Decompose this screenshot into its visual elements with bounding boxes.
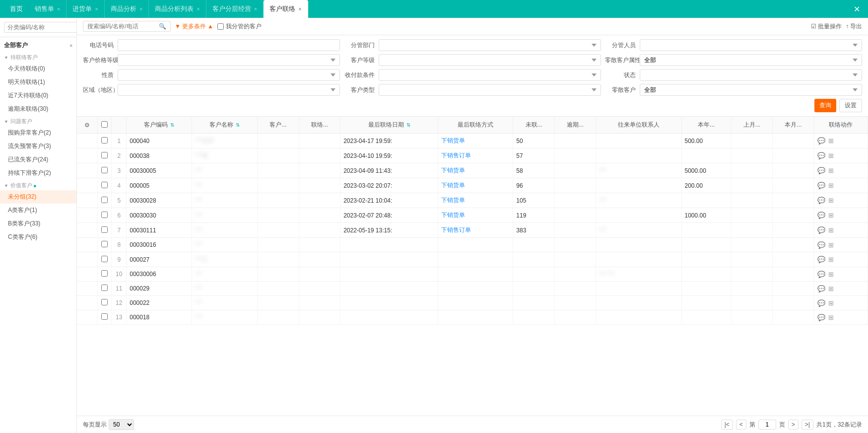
first-page-btn[interactable]: |< [721,420,733,430]
grid-action-icon-8[interactable]: ⊞ [828,256,834,263]
chat-icon-1[interactable]: 💬 [817,152,825,159]
chat-icon-6[interactable]: 💬 [817,226,825,234]
chat-icon-4[interactable]: 💬 [817,197,825,204]
chat-icon-7[interactable]: 💬 [817,241,825,249]
sidebar-group-2[interactable]: 价值客户● [0,180,76,190]
row-gear-2[interactable] [77,163,98,178]
chat-icon-3[interactable]: 💬 [817,182,825,189]
row-gear-7[interactable] [77,238,98,252]
row-checkbox-11[interactable] [101,299,108,305]
row-last-method-0[interactable]: 下销货单 [438,134,513,148]
filter-select-0-2[interactable] [640,39,862,51]
grid-action-icon-12[interactable]: ⊞ [828,314,834,321]
method-link-6[interactable]: 下销售订单 [441,226,471,233]
filter-select-0-1[interactable] [379,39,601,51]
row-gear-11[interactable] [77,296,98,310]
row-last-method-4[interactable]: 下销货单 [438,193,513,208]
grid-action-icon-6[interactable]: ⊞ [828,226,834,234]
row-checkbox-10[interactable] [101,285,108,291]
batch-op-btn[interactable]: ☑ 批量操作 [811,22,842,31]
col-header-7[interactable]: 逾期... [554,117,596,134]
sidebar-item-2-2[interactable]: B类客户(33) [0,217,76,230]
sidebar-item-1-0[interactable]: 囤购异常客户(2) [0,126,76,140]
row-checkbox-7[interactable] [101,241,108,247]
row-gear-4[interactable] [77,193,98,208]
row-checkbox-4[interactable] [101,197,108,203]
tab-close-icon[interactable]: × [298,6,301,12]
row-gear-6[interactable] [77,223,98,238]
nav-tab-客户联络[interactable]: 客户联络× [264,0,308,18]
row-gear-12[interactable] [77,310,98,325]
sidebar-item-1-3[interactable]: 持续下滑客户(2) [0,166,76,180]
row-checkbox-1[interactable] [101,152,108,158]
row-last-method-8[interactable] [438,252,513,267]
row-last-method-3[interactable]: 下销货单 [438,178,513,193]
prev-page-btn[interactable]: < [736,420,746,430]
col-header-11[interactable]: 本月... [773,117,814,134]
filter-select-2-1[interactable] [379,69,601,81]
row-last-method-7[interactable] [438,238,513,252]
nav-tab-商品分析[interactable]: 商品分析× [105,0,149,18]
row-checkbox-0[interactable] [101,137,108,144]
col-header-5[interactable]: 最后联络方式 [438,117,513,134]
filter-select-3-2[interactable]: 全部 [640,84,862,96]
grid-action-icon-2[interactable]: ⊞ [828,167,834,174]
method-link-5[interactable]: 下销货单 [441,212,465,218]
method-link-1[interactable]: 下销售订单 [441,152,471,159]
chat-icon-11[interactable]: 💬 [817,299,825,307]
col-header-3[interactable]: 联络... [299,117,340,134]
row-checkbox-12[interactable] [101,313,108,320]
method-link-2[interactable]: 下销货单 [441,167,465,174]
nav-tab-销售单[interactable]: 销售单× [29,0,67,18]
chat-icon-8[interactable]: 💬 [817,256,825,263]
sidebar-item-0-0[interactable]: 今天待联络(0) [0,62,76,75]
grid-action-icon-7[interactable]: ⊞ [828,241,834,249]
nav-tab-客户分层经营[interactable]: 客户分层经营× [206,0,264,18]
query-button[interactable]: 查询 [814,99,836,112]
sidebar-item-2-1[interactable]: A类客户(1) [0,204,76,217]
filter-select-1-1[interactable] [379,54,601,66]
col-header-1[interactable]: 客户名称 ⇅ [192,117,258,134]
row-last-method-2[interactable]: 下销货单 [438,163,513,178]
col-header-10[interactable]: 上月... [731,117,772,134]
chat-icon-12[interactable]: 💬 [817,314,825,321]
export-btn[interactable]: ↑ 导出 [846,22,862,31]
row-gear-0[interactable] [77,134,98,148]
next-page-btn[interactable]: > [788,420,799,430]
row-gear-1[interactable] [77,148,98,163]
my-customers-input[interactable] [217,23,224,30]
col-header-0[interactable]: 客户编码 ⇅ [127,117,192,134]
row-checkbox-9[interactable] [101,270,108,277]
row-checkbox-8[interactable] [101,256,108,262]
settings-column-header[interactable]: ⚙ [77,117,98,134]
row-checkbox-3[interactable] [101,182,108,188]
row-gear-10[interactable] [77,282,98,296]
window-close-button[interactable]: ✕ [850,4,864,14]
filter-select-2-2[interactable] [640,69,862,81]
main-search-input[interactable] [87,23,157,30]
col-header-6[interactable]: 未联... [513,117,554,134]
filter-select-1-2[interactable]: 全部 [640,54,862,66]
col-header-4[interactable]: 最后联络日期 ⇅ [340,117,438,134]
grid-action-icon-5[interactable]: ⊞ [828,212,834,219]
sidebar-item-2-3[interactable]: C类客户(6) [0,230,76,244]
method-link-4[interactable]: 下销货单 [441,197,465,204]
row-gear-3[interactable] [77,178,98,193]
chat-icon-10[interactable]: 💬 [817,285,825,292]
reset-button[interactable]: 设置 [839,99,862,112]
row-last-method-6[interactable]: 下销售订单 [438,223,513,238]
sidebar-item-1-2[interactable]: 已流失客户(24) [0,153,76,166]
filter-input-0-0[interactable] [118,39,340,51]
method-link-0[interactable]: 下销货单 [441,137,465,144]
row-gear-8[interactable] [77,252,98,267]
col-header-2[interactable]: 客户... [258,117,299,134]
select-all-header[interactable] [98,117,112,134]
filter-select-1-0[interactable] [118,54,340,66]
row-gear-9[interactable] [77,267,98,282]
row-gear-5[interactable] [77,208,98,223]
grid-action-icon-3[interactable]: ⊞ [828,182,834,189]
sidebar-item-1-1[interactable]: 流失预警客户(3) [0,140,76,153]
tab-close-icon[interactable]: × [57,6,60,12]
chat-icon-0[interactable]: 💬 [817,137,825,144]
chat-icon-2[interactable]: 💬 [817,167,825,174]
